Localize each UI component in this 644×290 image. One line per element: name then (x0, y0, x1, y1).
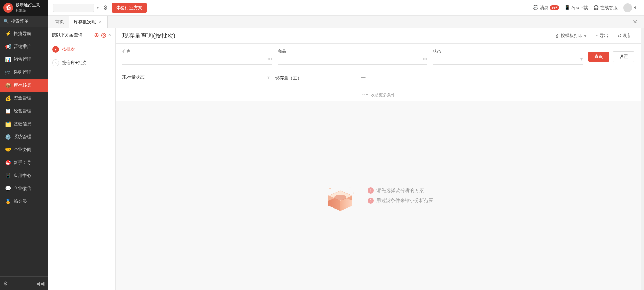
svg-point-9 (326, 193, 327, 193)
sidebar-item-purchase[interactable]: 🛒 采购管理 (0, 66, 48, 79)
collapse-label: 收起更多条件 (371, 92, 395, 98)
sidebar-item-finance[interactable]: 💰 资金管理 (0, 92, 48, 105)
close-page-icon[interactable]: ✕ (633, 18, 637, 25)
sales-icon: 📊 (5, 56, 11, 62)
settings-icon[interactable]: ⚙ (3, 280, 8, 287)
setting-button[interactable]: 设置 (613, 51, 634, 62)
sidebar-item-label: 库存核算 (14, 82, 31, 88)
apps-icon: 📱 (5, 173, 11, 179)
warehouse-label: 仓库 (122, 49, 272, 54)
tab-home-label: 首页 (55, 19, 64, 25)
tab-inventory-batch[interactable]: 库存批次账 ✕ (69, 16, 108, 28)
app-download-label: App下载 (571, 5, 588, 11)
left-panel-tools: ⊕ ◎ « (94, 31, 111, 39)
tab-home[interactable]: 首页 (50, 16, 69, 28)
sidebar-search[interactable]: 🔍 搜索菜单 (0, 16, 48, 27)
stock-status-dropdown-icon[interactable]: ▾ (267, 75, 270, 80)
empty-text: 1 请先选择要分析的方案 2 用过滤条件来缩小分析范围 (368, 187, 434, 204)
topbar-search-input[interactable] (53, 4, 94, 12)
collapse-sidebar-icon[interactable]: ◀◀ (36, 280, 44, 287)
inventory-icon: 📦 (5, 82, 11, 88)
sidebar-item-marketing[interactable]: 📢 营销推广 (0, 40, 48, 53)
page-title: 现存量查询(按批次) (122, 32, 175, 40)
sidebar-item-inventory[interactable]: 📦 库存核算 (0, 79, 48, 92)
print-dropdown-icon[interactable]: ▾ (584, 33, 587, 38)
sidebar-item-sales[interactable]: 📊 销售管理 (0, 53, 48, 66)
status-dropdown-icon[interactable]: ▾ (580, 56, 583, 62)
tab-inventory-batch-label: 库存批次账 (74, 19, 96, 25)
query-button[interactable]: 查询 (588, 52, 609, 62)
sidebar-item-newbie[interactable]: 🎯 新手引导 (0, 156, 48, 169)
sidebar-item-label: 资金管理 (14, 95, 31, 101)
sidebar-item-label: 企业协同 (14, 147, 31, 153)
online-service-button[interactable]: 🎧 在线客服 (593, 5, 618, 11)
product-more-icon[interactable]: ••• (423, 56, 428, 62)
stock-status-input[interactable] (147, 73, 270, 81)
sidebar-item-quick-nav[interactable]: ⚡ 快捷导航 (0, 27, 48, 40)
sidebar-item-member[interactable]: 🏅 畅会员 (0, 195, 48, 208)
sidebar-item-basic[interactable]: 🗂️ 基础信息 (0, 117, 48, 130)
system-icon: ⚙️ (5, 134, 11, 140)
hint-2-num: 2 (368, 198, 374, 204)
sidebar-item-corp[interactable]: 🤝 企业协同 (0, 143, 48, 156)
tab-close-icon[interactable]: ✕ (98, 20, 103, 24)
hint-1-num: 1 (368, 187, 374, 194)
add-plan-icon[interactable]: ⊕ (94, 31, 99, 39)
page-area: 按以下方案查询 ⊕ ◎ « ● 按批次 ○ 按仓库+批次 现存量查询(按批次) (48, 28, 644, 290)
plan-warehouse-batch-label: 按仓库+批次 (62, 60, 87, 66)
plan-inactive-icon: ○ (52, 59, 59, 66)
newbie-icon: 🎯 (5, 160, 11, 166)
logo-icon: 畅 (3, 3, 13, 13)
plan-item-warehouse-batch[interactable]: ○ 按仓库+批次 (48, 56, 115, 70)
filter-row-2: 现存量状态 ▾ 现存量（主） (122, 73, 634, 83)
warehouse-input[interactable] (122, 55, 267, 63)
sidebar-item-label: 新手引导 (14, 160, 31, 166)
svg-point-8 (353, 192, 354, 193)
sidebar-item-apps[interactable]: 📱 应用中心 (0, 169, 48, 182)
topbar-dropdown-icon[interactable]: ▾ (97, 5, 99, 10)
plan-item-batch[interactable]: ● 按批次 (48, 42, 115, 56)
basic-icon: 🗂️ (5, 121, 11, 127)
status-filter-group: 状态 ▾ (433, 49, 583, 65)
search-icon: 🔍 (3, 19, 9, 24)
filter-area: 仓库 ••• 商品 ••• (116, 44, 641, 101)
status-input[interactable] (433, 55, 580, 63)
hint-1-text: 请先选择要分析的方案 (376, 187, 424, 194)
product-input[interactable] (278, 55, 423, 63)
product-label: 商品 (278, 49, 428, 54)
warehouse-more-icon[interactable]: ••• (267, 56, 272, 62)
sidebar-item-label: 系统管理 (14, 134, 31, 140)
messages-button[interactable]: 💬 消息 99+ (533, 5, 559, 11)
settings-plan-icon[interactable]: ◎ (101, 31, 106, 39)
left-panel: 按以下方案查询 ⊕ ◎ « ● 按批次 ○ 按仓库+批次 (48, 28, 116, 290)
sidebar-item-label: 应用中心 (14, 173, 31, 179)
refresh-button[interactable]: ↺ 刷新 (615, 31, 634, 40)
topbar-gear-icon[interactable]: ⚙ (103, 4, 108, 11)
trial-button[interactable]: 体验行业方案 (112, 3, 147, 13)
headset-icon: 🎧 (593, 5, 599, 10)
sidebar-item-label: 销售管理 (14, 56, 31, 62)
operation-icon: 📋 (5, 108, 11, 114)
product-filter-group: 商品 ••• (278, 49, 428, 65)
user-profile[interactable]: Rit (623, 3, 639, 12)
stock-amount-max-input[interactable] (367, 73, 422, 81)
plan-batch-label: 按批次 (62, 46, 75, 52)
app-download-button[interactable]: 📱 App下载 (564, 5, 588, 11)
sidebar-item-system[interactable]: ⚙️ 系统管理 (0, 130, 48, 143)
sidebar-item-operation[interactable]: 📋 经营管理 (0, 105, 48, 117)
sidebar-item-wechat[interactable]: 💬 企业微信 (0, 182, 48, 195)
collapse-left-panel-icon[interactable]: « (108, 32, 111, 38)
export-button[interactable]: ↑ 导出 (593, 31, 611, 40)
collapse-more-button[interactable]: ⌃⌃ 收起更多条件 (122, 90, 634, 101)
empty-hint-1: 1 请先选择要分析的方案 (368, 187, 434, 194)
sidebar-item-label: 快捷导航 (14, 31, 31, 37)
stock-amount-min-input[interactable] (304, 73, 360, 81)
print-icon: 🖨 (555, 33, 559, 38)
print-button[interactable]: 🖨 按模板打印 ▾ (552, 31, 589, 40)
right-scrollbar[interactable] (641, 28, 644, 290)
marketing-icon: 📢 (5, 43, 11, 50)
empty-state: 1 请先选择要分析的方案 2 用过滤条件来缩小分析范围 (116, 101, 641, 290)
sidebar-item-label: 经营管理 (14, 108, 31, 114)
search-label: 搜索菜单 (11, 18, 29, 24)
export-icon: ↑ (596, 33, 598, 38)
